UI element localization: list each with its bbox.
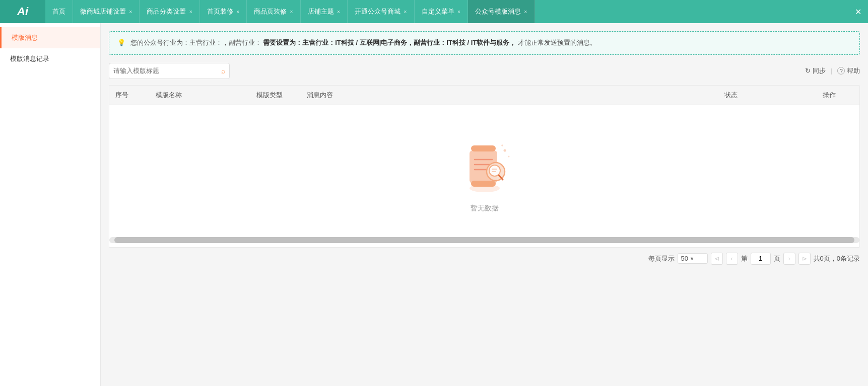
svg-point-13	[508, 156, 509, 157]
search-input-wrap[interactable]: ⌕	[109, 63, 230, 79]
notice-text-prefix: 您的公众号行业为：主营行业：，副营行业：	[130, 39, 261, 46]
notice-text-suffix: 才能正常发送预置的消息。	[518, 39, 596, 46]
close-tab-product-category[interactable]: ×	[189, 9, 192, 15]
notice-box: 💡 您的公众号行业为：主营行业：，副营行业： 需要设置为：主营行业：IT科技 /…	[109, 31, 860, 55]
sidebar-item-template-msg[interactable]: 模版消息	[0, 27, 100, 48]
col-header-name: 模版名称	[150, 91, 250, 100]
col-header-action: 操作	[799, 91, 859, 100]
sync-button[interactable]: ↻ 同步	[805, 66, 826, 75]
top-navigation: Ai 首页微商城店铺设置×商品分类设置×首页装修×商品页装修×店铺主题×开通公众…	[0, 0, 868, 23]
sidebar-item-template-record[interactable]: 模版消息记录	[0, 48, 100, 69]
help-button[interactable]: ? 帮助	[837, 66, 860, 75]
sidebar: 模版消息模版消息记录	[0, 23, 101, 386]
search-bar: ⌕ ↻ 同步 | ? 帮助	[109, 63, 860, 79]
nav-tab-open-mall[interactable]: 开通公众号商城×	[348, 0, 414, 23]
nav-tab-template-msg[interactable]: 公众号模版消息×	[468, 0, 535, 23]
prev-page-button[interactable]: ‹	[726, 253, 738, 265]
pagination: 每页显示 50 ∨ ⊲ ‹ 第 页 › ⊳ 共0页，0条记录	[109, 248, 860, 270]
horizontal-scrollbar[interactable]	[109, 237, 859, 243]
nav-tab-shop-settings[interactable]: 微商城店铺设置×	[73, 0, 140, 23]
page-size-value: 50	[681, 255, 688, 262]
page-size-label: 每页显示	[648, 254, 675, 263]
close-tab-product-decor[interactable]: ×	[290, 9, 293, 15]
nav-tab-custom-menu[interactable]: 自定义菜单×	[415, 0, 468, 23]
close-tab-home-decor[interactable]: ×	[236, 9, 239, 15]
search-icon[interactable]: ⌕	[221, 67, 225, 75]
nav-tab-home-decor[interactable]: 首页装修×	[200, 0, 247, 23]
svg-rect-2	[471, 145, 496, 151]
nav-tab-product-category[interactable]: 商品分类设置×	[140, 0, 199, 23]
main-layout: 模版消息模版消息记录 💡 您的公众号行业为：主营行业：，副营行业： 需要设置为：…	[0, 23, 868, 386]
table-header: 序号 模版名称 模版类型 消息内容 状态 操作	[109, 86, 859, 105]
col-header-content: 消息内容	[301, 91, 718, 100]
svg-rect-3	[471, 181, 496, 187]
col-header-type: 模版类型	[250, 91, 301, 100]
nav-tabs: 首页微商城店铺设置×商品分类设置×首页装修×商品页装修×店铺主题×开通公众号商城…	[45, 0, 848, 23]
page-input[interactable]	[751, 253, 771, 265]
toolbar-divider: |	[831, 67, 832, 74]
empty-text: 暂无数据	[471, 204, 499, 213]
close-tab-shop-settings[interactable]: ×	[129, 9, 132, 15]
scroll-thumb[interactable]	[114, 237, 854, 243]
last-page-button[interactable]: ⊳	[798, 253, 811, 265]
close-tab-custom-menu[interactable]: ×	[457, 9, 460, 15]
help-icon: ?	[837, 67, 845, 74]
svg-point-14	[501, 144, 503, 146]
svg-point-12	[503, 149, 506, 151]
first-page-button[interactable]: ⊲	[711, 253, 723, 265]
empty-illustration	[454, 135, 515, 196]
nav-tab-home[interactable]: 首页	[45, 0, 73, 23]
search-input[interactable]	[113, 67, 221, 74]
logo: Ai	[0, 0, 45, 23]
nav-tab-product-decor[interactable]: 商品页装修×	[247, 0, 300, 23]
sync-icon: ↻	[805, 67, 811, 74]
sync-label: 同步	[813, 67, 826, 74]
total-records: 共0页，0条记录	[814, 254, 860, 263]
page-size-dropdown-icon: ∨	[690, 256, 694, 261]
page-label: 第	[741, 254, 748, 263]
close-tab-template-msg[interactable]: ×	[524, 9, 527, 15]
help-label: 帮助	[847, 67, 860, 74]
close-all-button[interactable]: ✕	[848, 0, 868, 23]
nav-tab-shop-theme[interactable]: 店铺主题×	[301, 0, 348, 23]
empty-state: 暂无数据	[109, 105, 859, 233]
page-size-select[interactable]: 50 ∨	[678, 253, 708, 264]
notice-icon: 💡	[117, 39, 125, 46]
col-header-status: 状态	[718, 91, 799, 100]
notice-highlight: 需要设置为：主营行业：IT科技 / 互联网|电子商务，副营行业：IT科技 / I…	[263, 39, 516, 46]
next-page-button[interactable]: ›	[783, 253, 795, 265]
data-table: 序号 模版名称 模版类型 消息内容 状态 操作	[109, 85, 860, 248]
close-tab-open-mall[interactable]: ×	[404, 9, 407, 15]
col-header-no: 序号	[109, 91, 150, 100]
toolbar-right: ↻ 同步 | ? 帮助	[805, 66, 860, 75]
page-suffix: 页	[774, 254, 780, 263]
close-tab-shop-theme[interactable]: ×	[337, 9, 340, 15]
content-area: 💡 您的公众号行业为：主营行业：，副营行业： 需要设置为：主营行业：IT科技 /…	[101, 23, 868, 386]
